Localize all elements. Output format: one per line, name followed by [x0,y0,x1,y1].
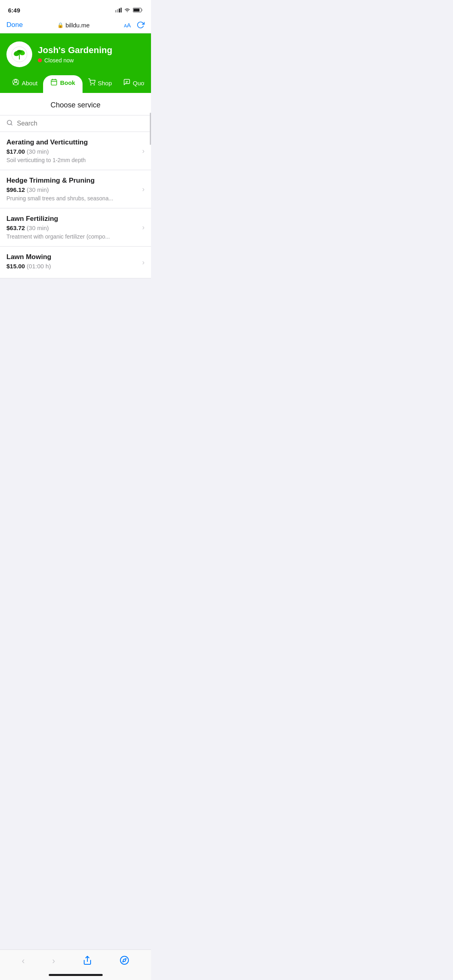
service-item[interactable]: Lawn Fertilizing $63.72 (30 min) Treatme… [0,208,151,247]
aa-button[interactable]: AA [124,22,131,29]
svg-rect-13 [51,80,57,85]
service-item-content: Aerating and Verticutting $17.00 (30 min… [6,138,142,163]
service-duration: (30 min) [27,224,49,231]
svg-point-18 [94,84,95,85]
content-area: Choose service Aerating and Verticutting… [0,93,151,278]
service-price: $96.12 [6,186,25,193]
service-item[interactable]: Aerating and Verticutting $17.00 (30 min… [0,132,151,170]
service-description: Pruning small trees and shrubs, seasona.… [6,195,138,202]
svg-rect-3 [121,8,122,12]
svg-line-22 [11,124,12,125]
battery-icon [133,8,143,12]
status-label: Closed now [44,57,74,64]
url-text: billdu.me [66,22,90,29]
service-item-content: Lawn Mowing $15.00 (01:00 h) [6,253,142,272]
search-icon [6,119,13,128]
business-info: Josh's Gardening Closed now [6,41,145,67]
person-circle-icon [12,78,19,87]
refresh-icon[interactable] [137,21,145,29]
url-bar: 🔒 billdu.me [57,22,90,29]
service-description: Soil verticutting to 1-2mm depth [6,157,138,163]
calendar-icon [50,78,58,87]
service-name: Lawn Mowing [6,253,138,261]
service-item[interactable]: Hedge Trimming & Pruning $96.12 (30 min)… [0,170,151,208]
tab-book-label: Book [60,79,75,86]
service-duration: (30 min) [27,148,49,155]
tab-quote-label: Quote R [133,80,145,86]
service-item-content: Lawn Fertilizing $63.72 (30 min) Treatme… [6,215,142,240]
service-description: Treatment with organic fertilizer (compo… [6,233,138,240]
svg-rect-2 [119,8,120,12]
quote-icon [123,78,130,87]
svg-rect-0 [115,10,116,12]
chevron-right-icon: › [142,258,145,267]
svg-rect-1 [117,9,118,12]
service-price-row: $17.00 (30 min) [6,148,138,155]
service-duration: (01:00 h) [27,263,51,270]
browser-bar: Done 🔒 billdu.me AA [0,18,151,33]
service-price-row: $15.00 (01:00 h) [6,263,138,270]
service-price-row: $96.12 (30 min) [6,186,138,194]
done-button[interactable]: Done [6,21,23,29]
browser-actions: AA [124,21,145,29]
tab-shop-label: Shop [98,80,112,86]
chevron-right-icon: › [142,223,145,232]
service-name: Lawn Fertilizing [6,215,138,223]
svg-point-17 [91,84,91,85]
tab-about[interactable]: About [6,74,43,93]
business-logo [6,41,32,67]
tab-book[interactable]: Book [43,75,83,93]
service-duration: (30 min) [27,186,49,193]
nav-tabs: About Book Shop [6,74,145,93]
chevron-right-icon: › [142,147,145,155]
tab-about-label: About [22,80,37,86]
status-time: 6:49 [8,7,20,14]
status-bar: 6:49 [0,0,151,18]
service-price-row: $63.72 (30 min) [6,224,138,232]
business-text: Josh's Gardening Closed now [38,45,112,64]
business-name: Josh's Gardening [38,45,112,56]
svg-rect-6 [134,9,140,12]
wifi-icon [124,8,130,12]
logo-svg [11,46,27,62]
service-list: Aerating and Verticutting $17.00 (30 min… [0,132,151,278]
service-name: Aerating and Verticutting [6,138,138,146]
header-banner: Josh's Gardening Closed now About [0,33,151,93]
service-item-content: Hedge Trimming & Pruning $96.12 (30 min)… [6,177,142,202]
service-name: Hedge Trimming & Pruning [6,177,138,185]
chevron-right-icon: › [142,185,145,194]
service-price: $15.00 [6,263,25,270]
service-item[interactable]: Lawn Mowing $15.00 (01:00 h) › [0,247,151,278]
search-bar[interactable] [0,115,151,132]
scrollbar [150,113,151,145]
service-price: $17.00 [6,148,25,155]
closed-dot [38,58,42,62]
status-icons [115,8,143,12]
svg-rect-5 [142,9,143,11]
cart-icon [88,78,95,87]
signal-icon [115,8,122,12]
tab-shop[interactable]: Shop [83,74,118,93]
lock-icon: 🔒 [57,22,64,28]
service-price: $63.72 [6,224,25,231]
choose-service-heading: Choose service [0,93,151,115]
search-input[interactable] [17,120,145,127]
svg-point-11 [14,80,17,82]
business-status: Closed now [38,57,112,64]
tab-quote[interactable]: Quote R [118,74,145,93]
